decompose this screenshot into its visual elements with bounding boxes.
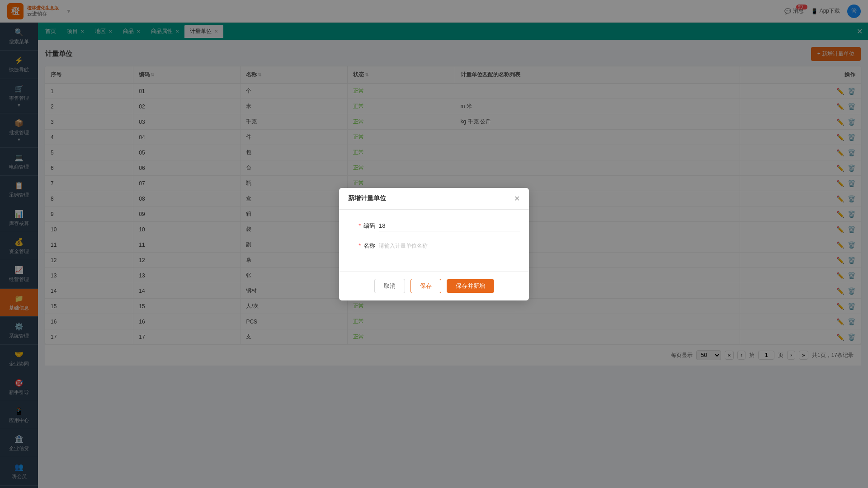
code-input[interactable] [379, 221, 520, 231]
modal-overlay: 新增计量单位 ✕ * 编码 * 名称 取消 保存 保存并新增 [0, 0, 868, 488]
required-mark: * [359, 222, 361, 229]
required-mark: * [359, 242, 361, 249]
name-label: * 名称 [348, 242, 375, 250]
code-label: * 编码 [348, 222, 375, 230]
save-button[interactable]: 保存 [410, 279, 441, 293]
save-and-new-button[interactable]: 保存并新增 [447, 279, 494, 293]
modal-body: * 编码 * 名称 [339, 210, 529, 271]
name-input[interactable] [379, 240, 520, 251]
form-item-name: * 名称 [348, 240, 520, 251]
add-unit-modal: 新增计量单位 ✕ * 编码 * 名称 取消 保存 保存并新增 [339, 188, 529, 300]
cancel-button[interactable]: 取消 [374, 279, 405, 293]
modal-close-button[interactable]: ✕ [514, 194, 520, 203]
modal-title: 新增计量单位 [348, 194, 386, 202]
form-item-code: * 编码 [348, 221, 520, 231]
modal-footer: 取消 保存 保存并新增 [339, 271, 529, 300]
modal-header: 新增计量单位 ✕ [339, 188, 529, 210]
